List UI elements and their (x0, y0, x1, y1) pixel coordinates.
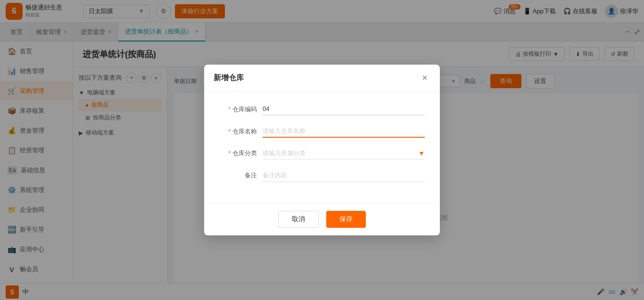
modal-title: 新增仓库 (214, 73, 244, 83)
form-row-category: 仓库分类 ▼ (219, 147, 425, 159)
code-label: 仓库编码 (219, 105, 257, 114)
modal-overlay[interactable]: 新增仓库 × 仓库编码 仓库名称 仓库分类 ▼ 备注 (0, 0, 644, 300)
save-button[interactable]: 保存 (326, 211, 366, 228)
form-row-remark: 备注 (219, 169, 425, 182)
remark-input[interactable] (263, 169, 425, 182)
modal-header: 新增仓库 × (204, 65, 440, 92)
modal-close-btn[interactable]: × (419, 72, 430, 83)
remark-label: 备注 (219, 171, 257, 180)
form-row-name: 仓库名称 (219, 125, 425, 138)
add-warehouse-modal: 新增仓库 × 仓库编码 仓库名称 仓库分类 ▼ 备注 (204, 65, 440, 235)
category-select-row: ▼ (263, 147, 425, 159)
modal-body: 仓库编码 仓库名称 仓库分类 ▼ 备注 (204, 92, 440, 203)
name-input[interactable] (263, 125, 425, 138)
code-input[interactable] (263, 103, 425, 116)
category-dropdown-icon[interactable]: ▼ (418, 150, 425, 157)
cancel-button[interactable]: 取消 (278, 211, 319, 228)
category-label: 仓库分类 (219, 149, 257, 158)
form-row-code: 仓库编码 (219, 103, 425, 116)
modal-footer: 取消 保存 (204, 203, 440, 235)
category-input[interactable] (263, 147, 425, 159)
name-label: 仓库名称 (219, 127, 257, 136)
